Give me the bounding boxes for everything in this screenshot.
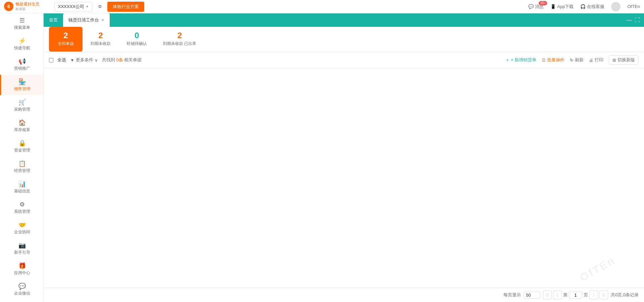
sidebar-label-wechat: 企业微信 bbox=[14, 291, 30, 296]
stat-num-pending: 0 bbox=[135, 31, 139, 40]
sidebar-item-marketing[interactable]: 📢 营销推广 bbox=[0, 54, 43, 75]
sidebar-item-base-info[interactable]: 📊 基础信息 bbox=[0, 177, 43, 197]
next-page-button[interactable]: ⟩ bbox=[589, 291, 598, 299]
page-number-input[interactable] bbox=[569, 292, 582, 299]
sidebar-item-cooperation[interactable]: 🤝 企业协同 bbox=[0, 218, 43, 238]
sidebar-item-operations[interactable]: 📋 经营管理 bbox=[0, 157, 43, 177]
stat-tab-all[interactable]: 2 全部单据 bbox=[49, 27, 83, 52]
filter-button[interactable]: ▼ 更多条件 ∨ bbox=[70, 57, 98, 63]
finance-icon: 🔒 bbox=[18, 140, 26, 146]
stat-tab-pending[interactable]: 0 旺铺待确认 bbox=[119, 27, 155, 52]
company-selector[interactable]: XXXXXX公司 ▼ bbox=[54, 2, 93, 11]
base-info-icon: 📊 bbox=[18, 181, 26, 187]
tab-minimize-button[interactable]: — bbox=[627, 17, 632, 23]
batch-btn-label: 批量操作 bbox=[547, 57, 565, 63]
switch-version-button[interactable]: ⊞ 切换新版 bbox=[609, 55, 639, 65]
tab-expand-button[interactable]: ⛶ bbox=[635, 17, 640, 23]
stat-tab-shipped[interactable]: 2 到期未收款 已出库 bbox=[155, 27, 204, 52]
per-page-label: 每页显示 bbox=[503, 292, 521, 298]
sidebar-label-system: 系统管理 bbox=[14, 209, 30, 215]
sidebar-label-app-center: 应用中心 bbox=[14, 270, 30, 276]
sidebar-item-search-menu[interactable]: ☰ 搜索菜单 bbox=[0, 13, 43, 34]
tab-home[interactable]: 首页 bbox=[44, 13, 63, 27]
message-badge: 99+ bbox=[539, 1, 547, 5]
select-all-checkbox[interactable] bbox=[49, 58, 53, 62]
sidebar-item-system[interactable]: ⚙ 系统管理 bbox=[0, 197, 43, 218]
app-download-label: App下载 bbox=[557, 4, 574, 10]
sidebar-item-wechat[interactable]: 💬 企业微信 bbox=[0, 279, 43, 300]
add-sale-button[interactable]: ＋ + 新增销货单 bbox=[505, 57, 536, 63]
top-bar: 6 畅捷通好生意 标准版 XXXXXX公司 ▼ ⚙ 体验行业方案 💬 消息 99… bbox=[0, 0, 644, 13]
tab-cashflow[interactable]: 钱货日清工作台 ✕ bbox=[63, 13, 110, 27]
print-icon: 🖨 bbox=[589, 58, 593, 63]
online-support-action[interactable]: 🎧 在线客服 bbox=[580, 4, 604, 10]
cooperation-icon: 🤝 bbox=[18, 222, 26, 228]
sidebar-item-app-center[interactable]: 🎁 应用中心 bbox=[0, 259, 43, 279]
refresh-icon: ↻ bbox=[570, 58, 574, 63]
refresh-btn-label: 刷新 bbox=[575, 57, 584, 63]
sidebar-label-inventory: 库存核算 bbox=[14, 127, 30, 133]
stat-tab-overdue[interactable]: 2 到期未收款 bbox=[83, 27, 119, 52]
sidebar-label-operations: 经营管理 bbox=[14, 168, 30, 174]
switch-btn-label: 切换新版 bbox=[618, 57, 635, 63]
message-action[interactable]: 💬 消息 99+ bbox=[528, 4, 544, 10]
sidebar-label-base-info: 基础信息 bbox=[14, 188, 30, 194]
inventory-icon: 🏠 bbox=[18, 120, 26, 126]
page-size-wrap: 50 10 20 100 bbox=[524, 292, 540, 299]
logo-icon: 6 bbox=[4, 2, 13, 11]
found-text: 共找到 0条 相关单据 bbox=[102, 57, 142, 63]
tab-close-icon[interactable]: ✕ bbox=[101, 18, 104, 22]
switch-icon: ⊞ bbox=[612, 58, 616, 63]
stat-num-overdue: 2 bbox=[98, 31, 103, 40]
purchase-icon: 🛒 bbox=[18, 99, 26, 105]
toolbar-right: ＋ + 新增销货单 ☰ 批量操作 ↻ 刷新 🖨 打印 bbox=[505, 55, 639, 65]
sidebar-label-marketing: 营销推广 bbox=[14, 66, 30, 71]
sidebar-item-sales[interactable]: 🏪 销售管理 bbox=[0, 75, 43, 95]
stat-tabs: 2 全部单据 2 到期未收款 0 旺铺待确认 2 到期未收款 已出库 bbox=[44, 27, 644, 52]
tab-home-label: 首页 bbox=[49, 17, 58, 23]
prev-page-button[interactable]: ⟨ bbox=[553, 291, 562, 299]
page-content: 2 全部单据 2 到期未收款 0 旺铺待确认 2 到期未收款 已出库 bbox=[44, 27, 644, 302]
sidebar-label-search-menu: 搜索菜单 bbox=[14, 25, 30, 31]
found-prefix: 共找到 bbox=[102, 57, 115, 62]
found-count: 0条 bbox=[116, 57, 123, 62]
system-icon: ⚙ bbox=[19, 201, 25, 207]
trial-button[interactable]: 体验行业方案 bbox=[107, 2, 144, 12]
first-page-button[interactable]: ⟨⟨ bbox=[543, 291, 552, 299]
sidebar-item-quick-nav[interactable]: ⚡ 快捷导航 bbox=[0, 34, 43, 54]
sidebar-item-purchase[interactable]: 🛒 采购管理 bbox=[0, 95, 43, 116]
app-name: 畅捷通好生意 bbox=[15, 2, 40, 6]
filter-icon: ▼ bbox=[70, 58, 74, 63]
app-download-action[interactable]: 📱 App下载 bbox=[550, 4, 574, 10]
app-version: 标准版 bbox=[15, 7, 40, 11]
sidebar-label-cooperation: 企业协同 bbox=[14, 229, 30, 235]
main-content: 首页 钱货日清工作台 ✕ — ⛶ 2 全部单据 2 到期未收款 bbox=[44, 13, 644, 302]
sidebar-item-finance[interactable]: 🔒 资金管理 bbox=[0, 136, 43, 157]
filter-label: 更多条件 bbox=[76, 57, 93, 63]
print-button[interactable]: 🖨 打印 bbox=[589, 57, 603, 63]
add-btn-label: + 新增销货单 bbox=[511, 57, 536, 63]
operations-icon: 📋 bbox=[18, 161, 26, 167]
refresh-button[interactable]: ↻ 刷新 bbox=[570, 57, 584, 63]
user-name: OfTEn bbox=[627, 4, 640, 9]
page-size-select[interactable]: 50 10 20 100 bbox=[524, 292, 540, 299]
message-icon: 💬 bbox=[528, 4, 534, 9]
settings-icon[interactable]: ⚙ bbox=[95, 2, 105, 11]
print-btn-label: 打印 bbox=[595, 57, 603, 63]
sidebar-item-inventory[interactable]: 🏠 库存核算 bbox=[0, 116, 43, 136]
avatar[interactable] bbox=[611, 2, 621, 11]
stat-label-all: 全部单据 bbox=[58, 41, 74, 47]
batch-button[interactable]: ☰ 批量操作 bbox=[542, 57, 565, 63]
last-page-button[interactable]: ⟩⟩ bbox=[599, 291, 608, 299]
sidebar-label-quick-nav: 快捷导航 bbox=[14, 45, 30, 51]
main-layout: ☰ 搜索菜单 ⚡ 快捷导航 📢 营销推广 🏪 销售管理 🛒 采购管理 🏠 库存核… bbox=[0, 13, 644, 302]
found-suffix: 相关单据 bbox=[124, 57, 142, 62]
sidebar-item-guide[interactable]: 📷 新手引导 bbox=[0, 238, 43, 259]
support-icon: 🎧 bbox=[580, 4, 586, 9]
sidebar-item-member[interactable]: ◇ 畅会员 bbox=[0, 300, 43, 302]
logo-area: 6 畅捷通好生意 标准版 bbox=[4, 2, 48, 11]
sidebar: ☰ 搜索菜单 ⚡ 快捷导航 📢 营销推广 🏪 销售管理 🛒 采购管理 🏠 库存核… bbox=[0, 13, 44, 302]
pagination: 每页显示 50 10 20 100 ⟨⟨ ⟨ 第 页 ⟩ ⟩⟩ bbox=[44, 288, 644, 302]
page-label-prefix: 第 bbox=[563, 292, 568, 298]
stat-num-all: 2 bbox=[63, 31, 68, 40]
